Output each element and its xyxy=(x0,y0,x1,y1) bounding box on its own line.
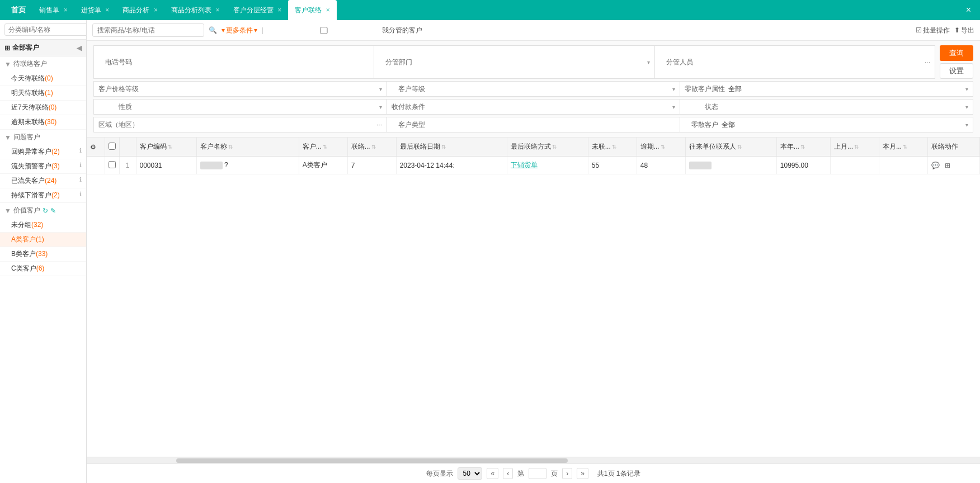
col-name[interactable]: 客户名称 ⇅ xyxy=(196,138,299,157)
horizontal-scrollbar[interactable] xyxy=(87,457,980,463)
status-dropdown-icon[interactable]: ▾ xyxy=(965,104,968,110)
col-code[interactable]: 客户编码 ⇅ xyxy=(136,138,196,157)
query-button[interactable]: 查询 xyxy=(940,45,973,61)
action-buttons: 查询 设置 xyxy=(940,45,973,79)
region-more-icon[interactable]: ··· xyxy=(376,121,382,129)
sidebar-collapse-icon[interactable] xyxy=(77,44,82,52)
dept-dropdown-icon[interactable]: ▾ xyxy=(647,59,650,65)
table-row: 1 000031 ? A类客户 7 2023-04-12 14:44: 下销货单… xyxy=(87,157,980,174)
setting-button[interactable]: 设置 xyxy=(940,63,973,79)
nature-dropdown-icon[interactable]: ▾ xyxy=(379,104,382,110)
my-customers-checkbox-input[interactable] xyxy=(268,27,380,34)
prev-page-btn[interactable]: ‹ xyxy=(503,468,513,479)
col-last-contact-method[interactable]: 最后联络方式 ⇅ xyxy=(507,138,588,157)
sort-icon-overdue[interactable]: ⇅ xyxy=(661,144,665,150)
sidebar-problem-group[interactable]: 问题客户 xyxy=(0,130,86,145)
sort-icon-no-contact[interactable]: ⇅ xyxy=(612,144,616,150)
sidebar-item-tomorrow[interactable]: 明天待联络(1) xyxy=(0,86,86,101)
col-customer-type[interactable]: 客户... ⇅ xyxy=(299,138,347,157)
gear-icon[interactable] xyxy=(90,143,96,151)
col-overdue[interactable]: 逾期... ⇅ xyxy=(637,138,685,157)
sort-icon-last-contact-method[interactable]: ⇅ xyxy=(552,144,557,150)
window-close-button[interactable]: × xyxy=(962,5,976,15)
sort-icon-this-year[interactable]: ⇅ xyxy=(800,144,805,150)
nav-product-analysis[interactable]: 商品分析 × xyxy=(116,0,164,20)
qr-icon[interactable]: ⊞ xyxy=(945,162,950,169)
nav-product-analysis-list[interactable]: 商品分析列表 × xyxy=(164,0,227,20)
col-contact[interactable]: 联络... ⇅ xyxy=(347,138,396,157)
batch-operation-btn[interactable]: ☑ 批量操作 xyxy=(916,26,950,35)
row-contact: 7 xyxy=(347,157,396,174)
sidebar-item-today[interactable]: 今天待联络(0) xyxy=(0,72,86,86)
sidebar-item-holding[interactable]: 持续下滑客户(2) ℹ xyxy=(0,188,86,203)
sidebar-item-near7[interactable]: 近7天待联络(0) xyxy=(0,101,86,115)
sidebar-item-overdue[interactable]: 逾期未联络(30) xyxy=(0,115,86,130)
sort-icon-this-month[interactable]: ⇅ xyxy=(903,144,907,150)
row-last-contact-method[interactable]: 下销货单 xyxy=(507,157,588,174)
close-customer-segment-tab[interactable]: × xyxy=(277,6,281,14)
retail-customer-dropdown-icon[interactable]: ▾ xyxy=(965,122,968,128)
export-btn[interactable]: ⬆ 导出 xyxy=(954,26,974,35)
last-page-btn[interactable]: » xyxy=(577,468,588,479)
col-no-contact[interactable]: 未联... ⇅ xyxy=(588,138,637,157)
nav-purchase[interactable]: 进货单 × xyxy=(74,0,116,20)
sidebar-search-input[interactable] xyxy=(4,23,87,36)
sidebar-item-repeat-abnormal[interactable]: 回购异常客户(2) ℹ xyxy=(0,145,86,159)
nav-sales[interactable]: 销售单 × xyxy=(32,0,74,20)
sidebar-item-a-class[interactable]: A类客户(1) xyxy=(0,233,86,247)
close-customer-contact-tab[interactable]: × xyxy=(326,6,330,14)
scrollbar-thumb[interactable] xyxy=(176,458,568,463)
close-purchase-tab[interactable]: × xyxy=(105,6,109,14)
row-checkbox[interactable] xyxy=(109,161,116,168)
last-contact-method-link[interactable]: 下销货单 xyxy=(511,161,538,169)
select-all-checkbox[interactable] xyxy=(109,143,116,150)
col-last-contact-date[interactable]: 最后联络日期 ⇅ xyxy=(396,138,507,157)
sidebar-item-loss-predict[interactable]: 流失预警客户(3) ℹ xyxy=(0,159,86,174)
more-conditions-btn[interactable]: ▾ 更多条件 ▾ xyxy=(222,26,257,35)
search-input[interactable] xyxy=(92,23,204,37)
close-sales-tab[interactable]: × xyxy=(64,6,68,14)
customer-level-dropdown-icon[interactable]: ▾ xyxy=(672,86,675,92)
sidebar-item-lost[interactable]: 已流失客户(24) ℹ xyxy=(0,174,86,188)
filter-manager-label: 分管人员 xyxy=(659,58,693,67)
sort-icon-contact[interactable]: ⇅ xyxy=(371,144,376,150)
edit-icon[interactable]: ✎ xyxy=(50,207,56,215)
close-product-analysis-list-tab[interactable]: × xyxy=(216,6,220,14)
sidebar-item-b-class[interactable]: B类客户(33) xyxy=(0,247,86,262)
refresh-icon[interactable]: ↻ xyxy=(43,207,48,215)
chat-icon[interactable]: 💬 xyxy=(931,162,940,169)
retail-attr-dropdown-icon[interactable]: ▾ xyxy=(965,86,968,92)
my-customers-checkbox[interactable]: 我分管的客户 xyxy=(268,26,422,35)
sidebar-item-c-class[interactable]: C类客户(6) xyxy=(0,262,86,276)
sort-icon-customer-type[interactable]: ⇅ xyxy=(323,144,327,150)
close-product-analysis-tab[interactable]: × xyxy=(154,6,158,14)
first-page-btn[interactable]: « xyxy=(487,468,498,479)
nav-customer-contact[interactable]: 客户联络 × xyxy=(288,0,337,20)
sort-icon-name[interactable]: ⇅ xyxy=(228,144,233,150)
filter-phone-label: 电话号码 xyxy=(98,58,132,67)
nav-customer-segment[interactable]: 客户分层经营 × xyxy=(227,0,289,20)
col-last-month[interactable]: 上月... ⇅ xyxy=(830,138,879,157)
sort-icon-last-contact-date[interactable]: ⇅ xyxy=(441,144,446,150)
next-page-btn[interactable]: › xyxy=(562,468,572,479)
sort-icon-company-contact[interactable]: ⇅ xyxy=(737,144,742,150)
col-settings[interactable] xyxy=(87,138,105,157)
sidebar-value-group[interactable]: 价值客户 ↻ ✎ xyxy=(0,203,86,218)
manager-more-icon[interactable]: ··· xyxy=(925,58,930,66)
sidebar-all-customers[interactable]: ⊞ 全部客户 xyxy=(0,40,86,56)
sidebar-item-ungrouped[interactable]: 未分组(32) xyxy=(0,218,86,233)
sidebar-pending-group[interactable]: 待联络客户 xyxy=(0,56,86,72)
page-input[interactable]: 1 xyxy=(529,468,546,479)
price-level-dropdown-icon[interactable]: ▾ xyxy=(379,86,382,92)
sort-icon-code[interactable]: ⇅ xyxy=(168,144,172,150)
filter-search-icon[interactable]: 🔍 xyxy=(209,26,217,34)
nav-home[interactable]: 首页 xyxy=(4,0,32,20)
col-this-year[interactable]: 本年... ⇅ xyxy=(776,138,830,157)
col-company-contact[interactable]: 往来单位联系人 ⇅ xyxy=(685,138,776,157)
advanced-filter: 电话号码 分管部门 ▾ 分管人员 ··· 查询 xyxy=(87,41,980,138)
sort-icon-last-month[interactable]: ⇅ xyxy=(854,144,859,150)
payment-dropdown-icon[interactable]: ▾ xyxy=(672,104,675,110)
masked-name xyxy=(200,162,223,169)
col-this-month[interactable]: 本月... ⇅ xyxy=(879,138,927,157)
page-size-select[interactable]: 50 xyxy=(458,467,482,480)
